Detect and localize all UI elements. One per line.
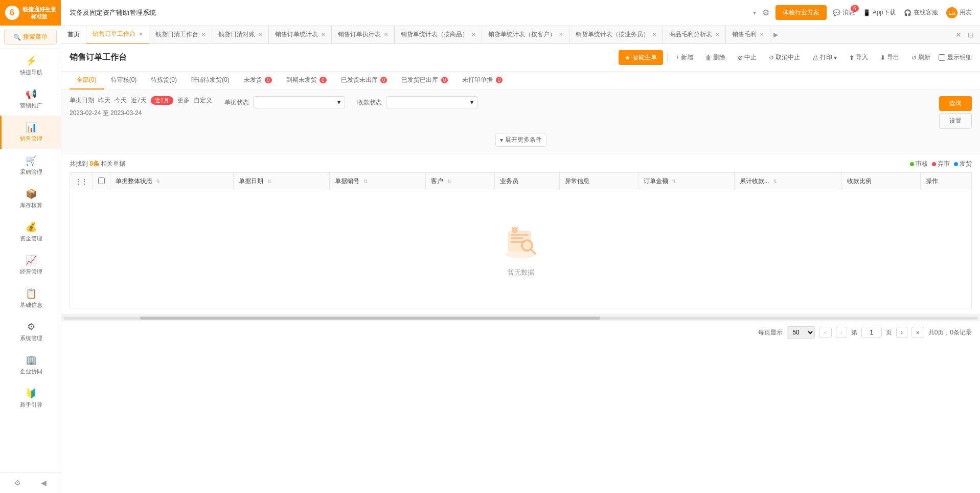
query-button[interactable]: 查询: [939, 96, 972, 111]
cancel-stop-button[interactable]: ↺ 取消中止: [765, 51, 804, 64]
th-date[interactable]: 单据日期 ⇅: [234, 173, 330, 190]
tab-close-margin-analysis[interactable]: ✕: [715, 32, 719, 37]
last-page-button[interactable]: »: [911, 327, 924, 338]
import-button[interactable]: ⬆ 导入: [845, 51, 872, 64]
solution-button[interactable]: 体验行业方案: [776, 5, 827, 20]
tab-close-sales-stats[interactable]: ✕: [321, 32, 325, 37]
subtab-pending-review[interactable]: 待审核(0): [104, 72, 144, 89]
refresh-button[interactable]: ↺ 刷新: [907, 51, 935, 64]
th-customer[interactable]: 客户 ⇅: [426, 173, 494, 190]
subtab-shipped-not-out[interactable]: 已发货未出库 0: [334, 72, 395, 89]
subtab-overdue-not-shipped[interactable]: 到期未发货 0: [279, 72, 334, 89]
th-staff[interactable]: 业务员: [494, 173, 559, 190]
print-button[interactable]: 🖨 打印 ▾: [808, 51, 841, 64]
export-button[interactable]: ⬇ 导出: [876, 51, 903, 64]
tab-sales-order-workbench[interactable]: 销售订单工作台 ✕: [86, 26, 149, 44]
date-yesterday[interactable]: 昨天: [98, 96, 110, 105]
close-current-tab-button[interactable]: ✕: [953, 30, 964, 40]
sidebar-collapse-button[interactable]: ◀: [39, 477, 49, 489]
subtab-wangpu-pending[interactable]: 旺铺待发货(0): [184, 72, 237, 89]
th-exception[interactable]: 异常信息: [559, 173, 638, 190]
close-all-tabs-button[interactable]: ⊟: [966, 30, 976, 40]
th-status[interactable]: 单据整体状态 ⇅: [110, 173, 234, 190]
sidebar-item-marketing[interactable]: 📢 营销推广: [0, 82, 61, 116]
sidebar-item-sales[interactable]: 📊 销售管理: [0, 116, 61, 149]
user-item[interactable]: Ea 用友: [946, 7, 972, 18]
tab-close-sales-order[interactable]: ✕: [139, 31, 143, 37]
th-accumulated[interactable]: 累计收款... ⇅: [734, 173, 841, 190]
add-button[interactable]: + 新增: [672, 51, 697, 64]
sidebar-item-guide[interactable]: 🔰 新手引导: [0, 382, 61, 415]
sidebar-settings-button[interactable]: ⚙: [12, 477, 23, 489]
filter-setting-button[interactable]: 设置: [939, 113, 972, 129]
scrollbar-thumb[interactable]: [140, 317, 600, 320]
payment-filter-col: 收款状态 ▾: [357, 96, 478, 108]
search-menu-button[interactable]: 🔍 搜索菜单: [4, 30, 57, 44]
tab-close-sales-margin[interactable]: ✕: [760, 32, 764, 37]
expand-filters-button[interactable]: ▾ 展开更多条件: [495, 133, 546, 147]
tab-nav-right[interactable]: ▶: [770, 31, 781, 38]
date-custom[interactable]: 自定义: [194, 96, 212, 105]
payment-select[interactable]: ▾: [386, 96, 478, 108]
tab-margin-analysis[interactable]: 商品毛利分析表 ✕: [663, 26, 726, 44]
tab-sales-by-staff[interactable]: 销货单统计表（按业务员） ✕: [569, 26, 663, 44]
sidebar-item-basic[interactable]: 📋 基础信息: [0, 282, 61, 315]
first-page-button[interactable]: «: [819, 327, 832, 338]
tab-close-sales-by-product[interactable]: ✕: [471, 32, 475, 37]
sidebar-item-purchase[interactable]: 🛒 采购管理: [0, 149, 61, 182]
date-1month[interactable]: 近1月: [151, 96, 173, 105]
sidebar-item-enterprise[interactable]: 🏢 企业协同: [0, 348, 61, 382]
quick-nav-icon: ⚡: [26, 55, 37, 66]
message-item[interactable]: 💬 消息 6: [833, 8, 855, 17]
th-payment-ratio[interactable]: 收款比例: [841, 173, 920, 190]
subtab-not-shipped[interactable]: 未发货 0: [237, 72, 279, 89]
prev-page-button[interactable]: ‹: [836, 327, 847, 338]
date-7days[interactable]: 近7天: [131, 96, 147, 105]
tab-sales-by-customer[interactable]: 销货单统计表（按客户） ✕: [482, 26, 569, 44]
tab-close-reconcile[interactable]: ✕: [258, 32, 262, 37]
smart-order-button[interactable]: ★ 智能生单: [619, 50, 663, 65]
subtab-not-printed[interactable]: 未打印单据 0: [455, 72, 510, 89]
subtab-shipped-out[interactable]: 已发货已出库 0: [394, 72, 455, 89]
ship-button[interactable]: 发货: [954, 160, 972, 168]
per-page-select[interactable]: 50 10 20 100: [787, 326, 815, 339]
show-detail-checkbox[interactable]: 显示明细: [939, 53, 972, 62]
review-button[interactable]: 审核: [910, 160, 928, 168]
th-amount[interactable]: 订单金额 ⇅: [638, 173, 734, 190]
subtab-all[interactable]: 全部(0): [70, 72, 104, 89]
sidebar-item-inventory[interactable]: 📦 库存核算: [0, 182, 61, 215]
th-number[interactable]: 单据编号 ⇅: [330, 173, 426, 190]
tab-daily-clear[interactable]: 钱货日清工作台 ✕: [149, 26, 212, 44]
tab-close-sales-by-customer[interactable]: ✕: [559, 32, 563, 37]
tab-sales-by-product[interactable]: 销货单统计表（按商品） ✕: [395, 26, 482, 44]
status-select[interactable]: ▾: [253, 96, 345, 108]
sidebar-item-operation[interactable]: 📈 经营管理: [0, 249, 61, 282]
tab-close-sales-by-staff[interactable]: ✕: [652, 32, 656, 37]
date-today[interactable]: 今天: [115, 96, 127, 105]
next-page-button[interactable]: ›: [896, 327, 907, 338]
online-service-item[interactable]: 🎧 在线客服: [904, 8, 938, 17]
tab-close-daily-clear[interactable]: ✕: [201, 32, 206, 37]
sidebar-item-finance[interactable]: 💰 资金管理: [0, 215, 61, 249]
topbar-settings-icon[interactable]: ⚙: [762, 8, 769, 17]
show-detail-input[interactable]: [939, 54, 945, 61]
select-all-checkbox[interactable]: [98, 177, 105, 184]
tab-sales-margin[interactable]: 销售毛利 ✕: [726, 26, 770, 44]
app-download-item[interactable]: 📱 App下载: [863, 8, 896, 17]
abandon-review-button[interactable]: 弃审: [932, 160, 950, 168]
sidebar-item-quick-nav[interactable]: ⚡ 快捷导航: [0, 49, 61, 82]
date-more[interactable]: 更多: [177, 96, 190, 105]
page-content: 销售订单工作台 ★ 智能生单 + 新增 🗑 删除 ⊘ 中止: [61, 44, 980, 493]
stop-button[interactable]: ⊘ 中止: [734, 51, 761, 64]
horizontal-scrollbar[interactable]: [61, 315, 980, 321]
sidebar-item-system[interactable]: ⚙ 系统管理: [0, 315, 61, 348]
subtab-pending-pick[interactable]: 待拣货(0): [144, 72, 184, 89]
print-dropdown-icon: ▾: [834, 54, 837, 61]
page-input[interactable]: [861, 327, 882, 338]
delete-button[interactable]: 🗑 删除: [701, 51, 730, 64]
tab-sales-stats[interactable]: 销售订单统计表 ✕: [269, 26, 332, 44]
tab-close-sales-exec[interactable]: ✕: [384, 32, 388, 37]
tab-home[interactable]: 首页: [61, 26, 86, 44]
tab-reconcile[interactable]: 钱货日清对账 ✕: [212, 26, 269, 44]
tab-sales-exec[interactable]: 销售订单执行表 ✕: [332, 26, 395, 44]
